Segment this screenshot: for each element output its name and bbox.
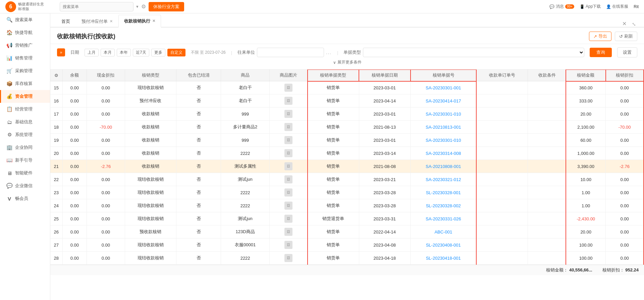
- date-btn-last-month[interactable]: 上月: [85, 49, 99, 56]
- cell-included: 否: [176, 225, 221, 239]
- cell-receipt-cond: [528, 239, 566, 252]
- cell-included: 否: [176, 81, 221, 94]
- sidebar-item-finance[interactable]: 💰 资金管理: [0, 90, 50, 103]
- online-service-link[interactable]: 👤 在线客服: [606, 4, 628, 9]
- sidebar-item-basic[interactable]: 🗂 基础信息: [0, 116, 50, 128]
- settings-button[interactable]: 设置: [617, 47, 637, 57]
- industry-btn[interactable]: 休验行业方案: [149, 2, 184, 11]
- date-btn-more[interactable]: 更多: [151, 49, 165, 56]
- date-btn-this-month[interactable]: 本月: [101, 49, 115, 56]
- cell-included: 否: [176, 252, 221, 265]
- cell-product: 老白干: [221, 81, 270, 94]
- bill-no-link[interactable]: SA-20230314-008: [426, 151, 461, 156]
- cell-verify-amt: 100.00: [566, 239, 606, 252]
- bill-no-link[interactable]: SA-20230301-010: [426, 112, 461, 117]
- dropdown-icon[interactable]: ▾: [136, 4, 139, 9]
- cell-included: 否: [176, 94, 221, 108]
- footer-verify-amt-label: 核销金额：: [546, 267, 568, 272]
- cell-bill-type: 销货单: [308, 160, 359, 173]
- cell-verify-disc: 0.00: [606, 225, 644, 239]
- sidebar-item-enterprise[interactable]: 🏢 企业协同: [0, 141, 50, 154]
- sidebar-item-purchase[interactable]: 🛒 采购管理: [0, 65, 50, 77]
- bill-no-link[interactable]: SA-20230321-012: [426, 177, 461, 182]
- bill-no-link[interactable]: SA-20230331-026: [426, 216, 461, 221]
- sidebar-item-marketing[interactable]: 📢 营销推广: [0, 39, 50, 52]
- tab-home[interactable]: 首页: [56, 15, 76, 28]
- export-button[interactable]: ↗ 导出: [589, 32, 611, 41]
- basic-icon: 🗂: [6, 119, 12, 125]
- bill-no-link[interactable]: SA-20230301-001: [426, 85, 461, 90]
- settings-col-icon[interactable]: ⚙: [54, 73, 58, 78]
- cell-bill-type: 销货单: [308, 147, 359, 160]
- cell-receipt-no: [476, 134, 528, 147]
- tab-prepay[interactable]: 预付冲应付单 ✕: [76, 15, 118, 28]
- cell-receipt-no: [476, 121, 528, 134]
- cell-bill-no: SA-20230301-010: [411, 134, 477, 147]
- cell-balance: 0.00: [62, 186, 87, 199]
- cell-verify-disc: 0.00: [606, 147, 644, 160]
- sidebar-item-guide[interactable]: 📖 新手引导: [0, 154, 50, 167]
- bill-no-link[interactable]: SL-20230328-001: [426, 190, 461, 195]
- sidebar-item-hardware[interactable]: 🖥 智能硬件: [0, 167, 50, 179]
- cell-product: 2222: [221, 147, 270, 160]
- th-receipt-cond: 收款条件: [528, 70, 566, 81]
- cell-bill-type: 销货单: [308, 252, 359, 265]
- tab-receivable[interactable]: 收款核销执行 ✕: [118, 15, 161, 28]
- tab-bar-expand-icon[interactable]: ⤡: [629, 22, 639, 27]
- cell-included: 否: [176, 173, 221, 186]
- cell-bill-date: 2023-03-14: [359, 147, 410, 160]
- cell-bill-type: 销货退货单: [308, 212, 359, 225]
- sidebar-item-sales[interactable]: 📊 销售管理: [0, 52, 50, 65]
- th-cash-discount: 现金折扣: [87, 70, 125, 81]
- table-header-row: ⚙ 余额 现金折扣 核销类型 包含已结清 商品 商品图片 核销单据类型 核销单据…: [50, 70, 644, 81]
- cell-balance: 0.00: [62, 108, 87, 121]
- sidebar-item-search[interactable]: 🔍 搜索菜单: [0, 13, 50, 26]
- sidebar-item-wechat[interactable]: 💬 企业微信: [0, 179, 50, 192]
- cell-bill-date: 2023-04-18: [359, 252, 410, 265]
- date-btn-this-year[interactable]: 本年: [117, 49, 131, 56]
- bill-no-link[interactable]: SL-20230408-001: [426, 243, 461, 248]
- query-button[interactable]: 查询: [590, 48, 612, 57]
- cell-verify-type: 收款核销: [125, 121, 176, 134]
- cell-included: 否: [176, 239, 221, 252]
- cell-bill-date: 2022-04-14: [359, 225, 410, 239]
- bill-no-link[interactable]: SA-20210808-001: [426, 164, 461, 169]
- page-header: 收款核销执行(按收款) ↗ 导出 ↺ 刷新: [50, 28, 644, 44]
- message-area[interactable]: 💬 消息 99+: [549, 4, 574, 9]
- sidebar-item-operations[interactable]: 📋 经营管理: [0, 103, 50, 116]
- app-download-link[interactable]: 📱 App下载: [580, 4, 601, 9]
- date-label: 日期: [70, 49, 79, 55]
- refresh-button[interactable]: ↺ 刷新: [615, 32, 637, 41]
- top-search-input[interactable]: [60, 2, 133, 11]
- header-actions: ↗ 导出 ↺ 刷新: [589, 32, 637, 41]
- user-name[interactable]: Rit: [634, 4, 639, 9]
- partner-input[interactable]: [257, 48, 324, 57]
- search-icon: 🔍: [6, 17, 12, 23]
- cell-verify-amt: 1,000.00: [566, 147, 606, 160]
- sidebar-item-inventory[interactable]: 📦 库存核算: [0, 77, 50, 90]
- bill-type-select[interactable]: [363, 48, 584, 57]
- bill-no-link[interactable]: SL-20230328-002: [426, 203, 461, 208]
- settings-icon[interactable]: ⚙: [141, 3, 146, 10]
- cell-verify-amt: 1.00: [566, 186, 606, 199]
- sidebar-item-member[interactable]: V 畅会员: [0, 192, 50, 205]
- date-btn-custom[interactable]: 自定义: [167, 49, 185, 56]
- cell-receipt-cond: [528, 147, 566, 160]
- cell-product-img: 🖼: [269, 134, 307, 147]
- tab-prepay-close[interactable]: ✕: [110, 19, 113, 24]
- bill-no-link[interactable]: SL-20230418-001: [426, 256, 461, 261]
- bill-no-link[interactable]: ABC-001: [434, 229, 452, 234]
- sidebar-item-system[interactable]: ⚙ 系统管理: [0, 128, 50, 141]
- partner-dots[interactable]: ...: [326, 50, 332, 55]
- filter-toggle-btn[interactable]: »: [57, 48, 65, 56]
- th-verify-amt: 核销金额: [566, 70, 606, 81]
- expand-more-btn[interactable]: ∨ 展开更多条件: [57, 57, 637, 66]
- date-btn-7days[interactable]: 近7天: [133, 49, 149, 56]
- bill-no-link[interactable]: SA-20230301-010: [426, 138, 461, 143]
- tab-receivable-close[interactable]: ✕: [152, 19, 155, 23]
- tab-bar-close-icon[interactable]: ✕: [620, 20, 629, 27]
- th-settings[interactable]: ⚙: [50, 70, 62, 81]
- sidebar-item-shortcuts[interactable]: 🏠 快捷导航: [0, 26, 50, 39]
- bill-no-link[interactable]: SA-20210813-001: [426, 125, 461, 130]
- bill-no-link[interactable]: SA-20230414-017: [426, 98, 461, 103]
